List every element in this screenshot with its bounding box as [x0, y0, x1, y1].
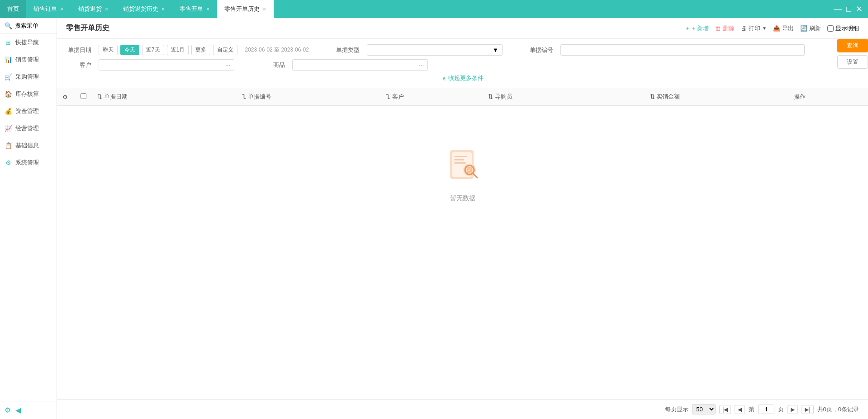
th-date: ⇅ 单据日期	[92, 88, 236, 106]
sidebar-item-inventory[interactable]: 🏠库存核算	[0, 85, 57, 103]
tab-label-retail-open: 零售开单	[180, 5, 203, 13]
sidebar-bottom: ⚙ ◀	[0, 401, 57, 419]
tab-sales-return-history[interactable]: 销货退货历史✕	[116, 0, 172, 18]
quick-nav-icon: ⊞	[5, 39, 12, 46]
th-customer: ⇅ 客户	[380, 88, 483, 106]
tab-sales-return[interactable]: 销货退货✕	[71, 0, 116, 18]
tab-close-retail-open[interactable]: ✕	[206, 6, 210, 12]
tab-retail-open[interactable]: 零售开单✕	[172, 0, 217, 18]
page-title: 零售开单历史	[66, 24, 109, 33]
tab-close-retail-history[interactable]: ✕	[262, 6, 266, 12]
base-info-icon: 📋	[5, 142, 12, 149]
collapse-up-icon: ∧	[442, 75, 446, 82]
tab-bar: 首页销售订单✕销货退货✕销货退货历史✕零售开单✕零售开单历史✕	[0, 0, 828, 18]
page-input[interactable]	[758, 405, 774, 414]
gear-icon[interactable]: ⚙	[62, 94, 68, 100]
print-button[interactable]: 🖨 打印 ▼	[741, 24, 767, 33]
th-date-label: ⇅ 单据日期	[97, 93, 128, 100]
settings-icon[interactable]: ⚙	[5, 406, 11, 414]
page-label: 页	[778, 405, 784, 414]
tab-home[interactable]: 首页	[0, 0, 26, 18]
date-btn-more[interactable]: 更多	[191, 45, 210, 55]
sidebar-item-label-operations: 经营管理	[15, 124, 39, 132]
sidebar-item-operations[interactable]: 📈经营管理	[0, 120, 57, 137]
tab-sales-order[interactable]: 销售订单✕	[26, 0, 71, 18]
delete-button[interactable]: 🗑 删除	[715, 24, 735, 33]
customer-input[interactable]: ···	[99, 59, 234, 71]
tab-label-sales-return: 销货退货	[78, 5, 102, 13]
sidebar-item-base-info[interactable]: 📋基础信息	[0, 137, 57, 154]
sales-mgmt-icon: 📊	[5, 56, 12, 63]
last-page-btn[interactable]: ▶|	[802, 405, 813, 414]
window-controls: — □ ✕	[828, 4, 868, 14]
per-page-select[interactable]: 50 100 200	[692, 404, 716, 414]
date-range-display: 2023-06-02 至 2023-06-02	[245, 46, 308, 54]
type-select[interactable]: ▼	[367, 44, 503, 56]
sidebar-item-label-purchase-mgmt: 采购管理	[15, 73, 39, 81]
table-header-row: ⚙ ⇅ 单据日期 ⇅ 单据编号 ⇅ 客户	[57, 88, 868, 106]
refresh-button[interactable]: 🔄 刷新	[800, 24, 821, 33]
collapse-button[interactable]: ∧ 收起更多条件	[442, 74, 484, 82]
toolbar: ＋ + 新增 🗑 删除 🖨 打印 ▼ 📤 导出 🔄	[684, 24, 859, 33]
window-max-icon[interactable]: □	[846, 5, 851, 14]
sidebar-item-system[interactable]: ⚙系统管理	[0, 154, 57, 171]
display-col-checkbox[interactable]	[827, 25, 834, 32]
sidebar-item-label-finance: 资金管理	[15, 107, 39, 115]
tab-label-sales-order: 销售订单	[33, 5, 57, 13]
display-col-toggle[interactable]: 显示明细	[827, 24, 859, 33]
display-col-label: 显示明细	[835, 24, 859, 33]
prev-page-btn[interactable]: ◀	[735, 405, 745, 414]
sidebar-item-label-inventory: 库存核算	[15, 90, 39, 98]
th-amount: ⇅ 实销金额	[645, 88, 789, 106]
sidebar-item-label-base-info: 基础信息	[15, 141, 39, 150]
date-btn-7days[interactable]: 近7天	[142, 45, 164, 55]
date-buttons: 昨天 今天 近7天 近1月 更多 自定义	[99, 45, 237, 55]
page-word: 第	[749, 405, 754, 414]
th-action-label: 操作	[794, 93, 806, 100]
sidebar-items: ⊞快捷导航📊销售管理🛒采购管理🏠库存核算💰资金管理📈经营管理📋基础信息⚙系统管理	[0, 34, 57, 171]
system-icon: ⚙	[5, 159, 12, 166]
select-all-checkbox[interactable]	[81, 93, 86, 99]
first-page-btn[interactable]: |◀	[719, 405, 731, 414]
tab-close-sales-return[interactable]: ✕	[104, 6, 109, 12]
tab-close-sales-return-history[interactable]: ✕	[161, 6, 165, 12]
collapse-icon[interactable]: ◀	[15, 406, 21, 414]
print-label: 打印	[749, 24, 760, 33]
pagination: 每页显示 50 100 200 |◀ ◀ 第 页 ▶ ▶| 共0页，0条记录	[57, 399, 868, 419]
sidebar-search[interactable]: 🔍 搜索采单	[0, 18, 57, 34]
window-close-icon[interactable]: ✕	[856, 4, 863, 14]
product-input[interactable]: ···	[292, 59, 428, 71]
add-label: + 新增	[692, 24, 709, 33]
th-number-label: ⇅ 单据编号	[242, 93, 272, 100]
add-button[interactable]: ＋ + 新增	[684, 24, 709, 33]
sidebar-item-sales-mgmt[interactable]: 📊销售管理	[0, 51, 57, 68]
main-layout: 🔍 搜索采单 ⊞快捷导航📊销售管理🛒采购管理🏠库存核算💰资金管理📈经营管理📋基础…	[0, 18, 868, 419]
next-page-btn[interactable]: ▶	[787, 405, 798, 414]
svg-rect-3	[454, 159, 464, 160]
window-min-icon[interactable]: —	[834, 5, 842, 14]
export-button[interactable]: 📤 导出	[773, 24, 794, 33]
date-btn-yesterday[interactable]: 昨天	[99, 45, 118, 55]
date-btn-today[interactable]: 今天	[120, 45, 139, 55]
th-amount-label: ⇅ 实销金额	[650, 93, 680, 100]
page-header: 零售开单历史 ＋ + 新增 🗑 删除 🖨 打印 ▼ 📤 导出	[57, 18, 868, 39]
tab-close-sales-order[interactable]: ✕	[60, 6, 64, 12]
sidebar-item-finance[interactable]: 💰资金管理	[0, 103, 57, 120]
tab-retail-history[interactable]: 零售开单历史✕	[217, 0, 274, 18]
svg-line-7	[473, 174, 477, 178]
empty-state: 暂无数据	[57, 106, 868, 239]
th-guide-label: ⇅ 导购员	[488, 93, 512, 100]
customer-label: 客户	[66, 61, 91, 69]
query-button[interactable]: 查询	[837, 39, 868, 52]
sidebar-search-label: 搜索采单	[15, 22, 38, 30]
finance-icon: 💰	[5, 108, 12, 115]
sidebar-item-label-quick-nav: 快捷导航	[15, 38, 39, 47]
settings-button[interactable]: 设置	[837, 55, 868, 69]
sidebar-item-purchase-mgmt[interactable]: 🛒采购管理	[0, 68, 57, 85]
date-btn-custom[interactable]: 自定义	[213, 45, 237, 55]
date-btn-1month[interactable]: 近1月	[167, 45, 189, 55]
number-input[interactable]	[560, 44, 805, 56]
sidebar-item-quick-nav[interactable]: ⊞快捷导航	[0, 34, 57, 51]
svg-rect-2	[454, 156, 467, 157]
table-area: ⚙ ⇅ 单据日期 ⇅ 单据编号 ⇅ 客户	[57, 88, 868, 399]
